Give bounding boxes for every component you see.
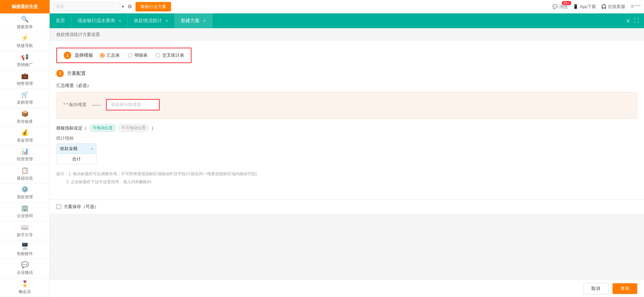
trial-button[interactable]: 体验行业方案 — [136, 2, 171, 11]
sidebar-item-label: 快捷导航 — [17, 43, 33, 49]
lightning-icon: ⚡ — [21, 34, 29, 42]
sidebar-item-member[interactable]: 🎖️ 畅会员 — [0, 278, 49, 297]
clipboard-icon: 📋 — [21, 167, 29, 174]
sidebar-item-label: 搜索菜单 — [17, 24, 33, 30]
tip-1: 提示：1. 拖动标题栏可以调整布局，不可跨维度或指标区域拖动栏目字段(只能在同一… — [56, 170, 637, 178]
cart-icon: 🛒 — [21, 91, 29, 98]
radio-summary[interactable]: 汇总表 — [100, 52, 120, 58]
save-checkbox[interactable] — [56, 204, 61, 209]
book-icon: 📖 — [21, 224, 29, 231]
save-option-bar: 方案保存（可选） — [50, 199, 644, 214]
headset-icon: 🎧 — [601, 4, 606, 9]
user-name: 张**** — [630, 4, 641, 9]
dimension-row: * * 纵向维度 —— 请选择分组维度 — [63, 99, 630, 110]
tip-2: 2. 点击标题栏下拉可设置排序、插入列和删除列 — [56, 178, 637, 186]
query-button[interactable]: 查询 — [612, 283, 637, 294]
sidebar-item-label: 企业微信 — [17, 270, 33, 276]
chart-icon: 📊 — [21, 148, 29, 155]
step1-box: 1 选择模板 汇总表 明细表 — [56, 48, 192, 63]
briefcase-icon: 💼 — [21, 72, 29, 80]
app-download-button[interactable]: 📱 App下载 — [573, 4, 596, 10]
sidebar-item-search[interactable]: 🔍 搜索菜单 — [0, 13, 49, 32]
sidebar-item-basicinfo[interactable]: 📋 基础信息 — [0, 165, 49, 184]
tab-home[interactable]: 首页 — [50, 13, 71, 28]
close-window-icon[interactable]: ✕ — [626, 18, 630, 24]
radio-crosstab[interactable]: 交叉统计表 — [156, 52, 184, 58]
step1-title: 选择模板 — [74, 52, 93, 58]
search-bar: 搜索 — [53, 2, 120, 11]
sidebar-item-label: 资金管理 — [17, 138, 33, 143]
header-right: 💬 消息 99+ 📱 App下载 🎧 在线客服 张**** — [552, 4, 641, 10]
tab-close-cashflow[interactable]: ✕ — [118, 19, 121, 23]
non-draggable-badge: 不可拖动位置 — [118, 124, 149, 132]
step2-title: 方案配置 — [67, 70, 86, 77]
main-card: 1 选择模板 汇总表 明细表 — [50, 41, 644, 199]
sidebar-item-label: 畅会员 — [19, 289, 31, 295]
sidebar-item-guide[interactable]: 📖 新手引导 — [0, 221, 49, 240]
stats-cell-total: 合计 — [57, 154, 96, 164]
sidebar-item-hardware[interactable]: 🖥️ 智能硬件 — [0, 240, 49, 259]
sidebar-item-label: 库存核算 — [17, 119, 33, 125]
sidebar-item-management[interactable]: 📊 经营管理 — [0, 146, 49, 164]
box-icon: 📦 — [21, 110, 29, 117]
metrics-label-row: 模板指标设定（ 可拖动位置 不可拖动位置 ） — [56, 124, 637, 132]
sidebar-item-inventory[interactable]: 📦 库存核算 — [0, 108, 49, 127]
sidebar-item-label: 经营管理 — [17, 156, 33, 162]
radio-label-summary: 汇总表 — [107, 52, 120, 58]
sidebar-item-system[interactable]: ⚙️ 系统管理 — [0, 184, 49, 202]
tab-close-receipt[interactable]: ✕ — [165, 19, 168, 23]
sidebar-item-label: 营销推广 — [17, 62, 33, 68]
megaphone-icon: 📢 — [21, 53, 29, 61]
sidebar-item-finance[interactable]: 💰 资金管理 — [0, 127, 49, 146]
tab-new-plan[interactable]: 新建方案 ✕ — [175, 13, 212, 28]
sidebar-item-cooperation[interactable]: 🏢 企业协同 — [0, 202, 49, 221]
dropdown-arrow-icon[interactable]: ▾ — [91, 147, 93, 151]
tab-bar: 首页 现金银行流水查询 ✕ 收款情况统计 ✕ 新建方案 ✕ ✕ ⛶ — [50, 13, 644, 28]
monitor-icon: 🖥️ — [21, 242, 29, 250]
bottom-bar: 取消 查询 — [50, 280, 644, 297]
metrics-setting: 模板指标设定（ 可拖动位置 不可拖动位置 ） 统计指标 — [56, 124, 637, 164]
radio-circle-summary — [100, 53, 105, 58]
tab-cashflow[interactable]: 现金银行流水查询 ✕ — [71, 13, 128, 28]
chat-icon: 💬 — [552, 4, 558, 9]
sidebar-item-marketing[interactable]: 📢 营销推广 — [0, 51, 49, 70]
tab-receipt-stats[interactable]: 收款情况统计 ✕ — [128, 13, 175, 28]
radio-circle-crosstab — [156, 53, 160, 58]
step2-section: 2 方案配置 汇总维度（必选） * * 纵向维度 — [56, 70, 637, 186]
tab-close-new[interactable]: ✕ — [203, 19, 206, 23]
online-service-button[interactable]: 🎧 在线客服 — [601, 4, 625, 10]
sidebar-item-label: 新手引导 — [17, 232, 33, 238]
radio-label-crosstab: 交叉统计表 — [162, 52, 184, 58]
sidebar-item-wechat[interactable]: 💬 企业微信 — [0, 259, 49, 278]
breadcrumb: 收款情况统计方案设置 — [50, 28, 644, 41]
gear-icon[interactable]: ⚙ — [127, 3, 132, 10]
cancel-button[interactable]: 取消 — [583, 283, 608, 294]
window-controls: ✕ ⛶ — [626, 18, 644, 24]
sidebar-item-sales[interactable]: 💼 销售管理 — [0, 70, 49, 89]
step1-num: 1 — [64, 52, 71, 59]
sidebar-item-nav[interactable]: ⚡ 快捷导航 — [0, 32, 49, 51]
search-icon: 🔍 — [21, 15, 29, 23]
radio-circle-detail — [128, 53, 132, 58]
save-label: 方案保存（可选） — [64, 204, 99, 210]
sidebar-item-label: 销售管理 — [17, 81, 33, 87]
step2-num: 2 — [56, 70, 64, 77]
maximize-icon[interactable]: ⛶ — [634, 18, 639, 24]
page-content: 收款情况统计方案设置 1 选择模板 汇总表 — [50, 28, 644, 280]
dimension-select[interactable]: 请选择分组维度 — [106, 99, 160, 110]
sidebar-item-label: 基础信息 — [17, 176, 33, 181]
stats-header-inner[interactable]: 收款金额 ▾ — [57, 144, 96, 154]
draggable-badge: 可拖动位置 — [90, 124, 116, 132]
message-button[interactable]: 💬 消息 99+ — [552, 4, 568, 10]
sidebar-item-purchase[interactable]: 🛒 采购管理 — [0, 89, 49, 108]
dimension-area: * * 纵向维度 —— 请选择分组维度 — [56, 92, 637, 119]
stats-header: 收款金额 ▾ — [57, 144, 96, 154]
row-dimension-label: * * 纵向维度 — [63, 102, 87, 108]
header-dropdown-icon[interactable]: ▾ — [122, 4, 124, 9]
dimension-label: 汇总维度（必选） — [56, 83, 637, 89]
sidebar-item-label: 企业协同 — [17, 213, 33, 219]
stats-section-title: 统计指标 — [56, 135, 637, 141]
radio-detail[interactable]: 明细表 — [128, 52, 148, 58]
sidebar-item-label: 系统管理 — [17, 194, 33, 200]
content-area: 首页 现金银行流水查询 ✕ 收款情况统计 ✕ 新建方案 ✕ ✕ ⛶ — [50, 13, 644, 297]
